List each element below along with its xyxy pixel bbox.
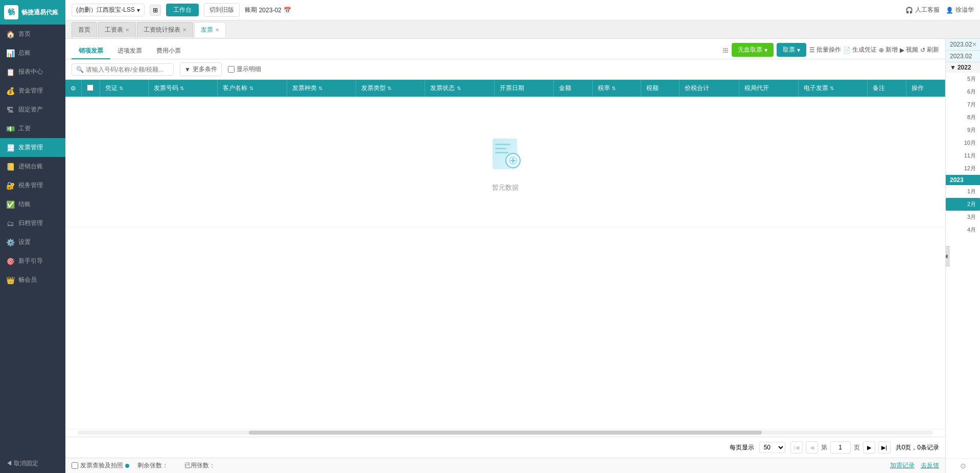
sidebar-item-reports[interactable]: 📋 报表中心 — [0, 62, 65, 81]
first-page-button[interactable]: |◀ — [790, 441, 803, 454]
month-2022-6[interactable]: 6月 — [946, 85, 980, 98]
user-avatar[interactable]: 👤 徐溢华 — [946, 6, 974, 14]
sidebar-item-funds[interactable]: 💰 资金管理 — [0, 81, 65, 100]
month-2023-1[interactable]: 1月 — [946, 185, 980, 198]
per-page-label: 每页显示 — [730, 443, 754, 452]
no-ticket-button[interactable]: 无血取票 ▾ — [732, 43, 774, 57]
page-input[interactable] — [830, 441, 851, 454]
month-2022-9[interactable]: 9月 — [946, 124, 980, 137]
show-detail-checkbox[interactable] — [228, 66, 235, 73]
close-date-panel-button[interactable]: ◀ — [945, 246, 950, 266]
join-link[interactable]: 加需记录 — [890, 461, 915, 470]
video-icon: ▶ — [900, 47, 904, 54]
sidebar-item-tax[interactable]: 🔐 税务管理 — [0, 176, 65, 195]
close-period-icon: ✅ — [6, 200, 14, 209]
next-page-button[interactable]: ▶ — [863, 441, 875, 454]
sidebar-item-assets[interactable]: 🏗 固定资产 — [0, 100, 65, 119]
copy-button[interactable]: ⊞ — [150, 5, 161, 16]
th-invoice-type: 发票种类 ⇅ — [287, 80, 356, 97]
video-label: 视频 — [906, 46, 918, 54]
refresh-button[interactable]: ↺ 刷新 — [920, 46, 939, 54]
prev-page-button[interactable]: ◀ — [806, 441, 818, 454]
sidebar-item-label: 首页 — [18, 30, 31, 38]
ai-service-label: 人工客服 — [915, 6, 940, 14]
select-all-checkbox[interactable] — [87, 84, 94, 91]
th-actions: 操作 — [906, 80, 945, 97]
show-detail-label[interactable]: 显示明细 — [228, 65, 261, 74]
gen-voucher-label: 生成凭证 — [852, 46, 877, 54]
tax-icon: 🔐 — [6, 182, 14, 190]
search-input[interactable] — [86, 66, 168, 73]
month-2023-2[interactable]: 2月 — [946, 198, 980, 211]
new-button[interactable]: ⊕ 新增 — [879, 46, 898, 54]
sales-icon: 📒 — [6, 163, 14, 171]
workbench-button[interactable]: 工作台 — [166, 4, 199, 16]
sidebar-item-settings[interactable]: ⚙️ 设置 — [0, 233, 65, 252]
sidebar-item-guide[interactable]: 🎯 新手引导 — [0, 252, 65, 271]
month-2023-3[interactable]: 3月 — [946, 211, 980, 223]
feedback-link[interactable]: 去反馈 — [921, 461, 939, 470]
sidebar-item-invoice[interactable]: 🧾 发票管理 — [0, 138, 65, 157]
guide-icon: 🎯 — [6, 257, 14, 265]
search-icon: 🔍 — [76, 66, 84, 73]
get-ticket-button[interactable]: 取票 ▾ — [777, 43, 806, 57]
sidebar-item-sales[interactable]: 📒 进销台账 — [0, 157, 65, 176]
tab-payroll-report[interactable]: 工资统计报表 ✕ — [137, 22, 193, 37]
subtab-sales-invoice[interactable]: 销项发票 — [72, 43, 110, 59]
sidebar-item-home[interactable]: 🏠 首页 — [0, 25, 65, 43]
video-button[interactable]: ▶ 视频 — [900, 46, 918, 54]
month-2022-5[interactable]: 5月 — [946, 73, 980, 85]
unpin-button[interactable]: ◀ 取消固定 — [0, 454, 65, 473]
search-box: 🔍 — [72, 63, 174, 76]
th-invoice-no: 发票号码 ⇅ — [148, 80, 217, 97]
gen-voucher-button[interactable]: 📄 生成凭证 — [843, 46, 877, 54]
user-name: 徐溢华 — [955, 6, 974, 14]
subtab-expense-receipt[interactable]: 费用小票 — [149, 43, 188, 59]
month-2023-4[interactable]: 4月 — [946, 223, 980, 236]
th-voucher: 凭证 ⇅ — [100, 80, 149, 97]
month-2022-12[interactable]: 12月 — [946, 162, 980, 175]
batch-op-button[interactable]: ☰ 批量操作 — [809, 46, 841, 54]
sidebar-item-payroll[interactable]: 💵 工资 — [0, 119, 65, 138]
tab-payroll-report-close[interactable]: ✕ — [182, 27, 186, 33]
th-checkbox[interactable] — [82, 80, 100, 97]
member-icon: 👑 — [6, 276, 14, 284]
scrollbar-thumb[interactable] — [249, 431, 762, 435]
sidebar-item-member[interactable]: 👑 畅会员 — [0, 271, 65, 289]
more-conditions-button[interactable]: ▼ 更多条件 — [180, 62, 222, 76]
sidebar-item-ledger[interactable]: 📊 总账 — [0, 43, 65, 62]
month-2022-11[interactable]: 11月 — [946, 149, 980, 162]
sidebar-item-archive[interactable]: 🗂 归档管理 — [0, 214, 65, 233]
tab-home[interactable]: 首页 — [72, 22, 97, 37]
scroll-down-icon[interactable]: ⊙ — [960, 462, 966, 470]
horizontal-scrollbar[interactable] — [78, 431, 933, 435]
ai-service-btn[interactable]: 🎧 人工客服 — [905, 6, 940, 14]
month-2022-7[interactable]: 7月 — [946, 98, 980, 111]
tab-invoice[interactable]: 发票 ✕ — [194, 22, 226, 37]
grid-view-icon[interactable]: ⊞ — [722, 46, 729, 54]
month-2022-8[interactable]: 8月 — [946, 111, 980, 124]
close-date-icon[interactable]: ✕ — [972, 41, 977, 48]
tab-payroll-close[interactable]: ✕ — [125, 27, 129, 33]
invoice-check-checkbox[interactable] — [72, 462, 78, 469]
company-selector[interactable]: (勿删）江西股宝-LSS ▾ — [72, 4, 145, 16]
last-page-button[interactable]: ▶| — [878, 441, 891, 454]
sidebar-item-label: 资金管理 — [18, 86, 43, 95]
switch-version-button[interactable]: 切到旧版 — [204, 3, 240, 17]
tab-invoice-close[interactable]: ✕ — [215, 27, 219, 33]
per-page-select[interactable]: 50 10 20 100 — [759, 442, 785, 453]
sidebar-item-close[interactable]: ✅ 结账 — [0, 195, 65, 214]
calendar-icon[interactable]: 📅 — [284, 7, 291, 14]
th-electronic: 电子发票 ⇅ — [798, 80, 867, 97]
ledger-icon: 📊 — [6, 49, 14, 57]
get-ticket-label: 取票 — [783, 46, 795, 54]
subtab-purchase-invoice[interactable]: 进项发票 — [110, 43, 149, 59]
show-detail-text: 显示明细 — [237, 65, 261, 74]
payroll-icon: 💵 — [6, 125, 14, 133]
subtab-expense-label: 费用小票 — [156, 47, 181, 54]
sidebar-item-label: 进销台账 — [18, 162, 43, 171]
more-conditions-label: 更多条件 — [193, 65, 217, 74]
tab-payroll[interactable]: 工资表 ✕ — [98, 22, 136, 37]
month-2022-10[interactable]: 10月 — [946, 137, 980, 149]
sidebar-item-label: 工资 — [18, 124, 31, 133]
